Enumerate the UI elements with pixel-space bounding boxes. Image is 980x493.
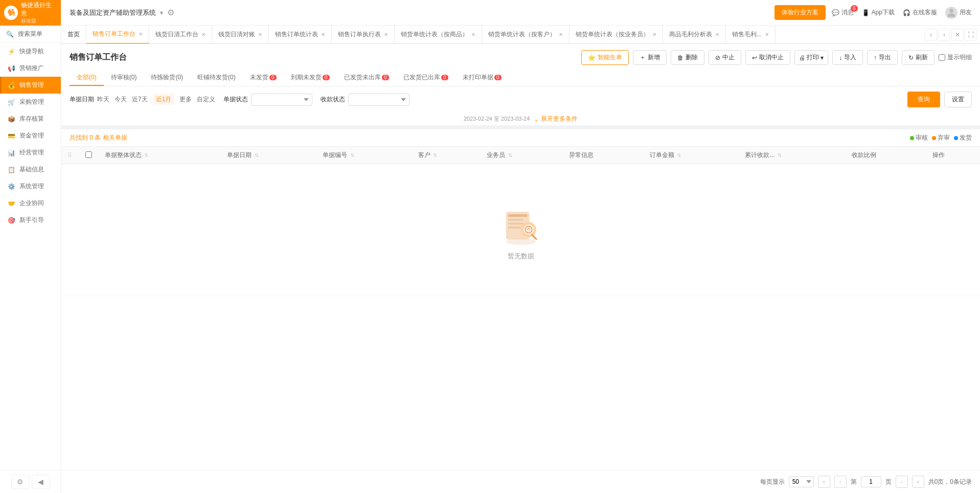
smart-create-button[interactable]: ⭐ 智能生单 — [581, 50, 629, 65]
app-download-link[interactable]: 📱 App下载 — [862, 8, 895, 17]
print-dropdown-icon[interactable]: ▾ — [821, 54, 824, 61]
show-detail-checkbox[interactable] — [939, 54, 945, 61]
date-more[interactable]: 更多 — [179, 95, 192, 104]
subtab-all[interactable]: 全部(0) — [70, 70, 104, 86]
user-menu[interactable]: 用友 — [945, 7, 972, 19]
tab-close-sales-workbench[interactable]: ✕ — [139, 31, 143, 37]
tab-sales-summary-staff[interactable]: 销货单统计表（按业务员） ✕ — [569, 26, 663, 44]
tab-sales-more[interactable]: 销售毛利... ✕ — [726, 26, 776, 44]
export-button[interactable]: ↑ 导出 — [867, 50, 898, 65]
tab-close-all[interactable]: ✕ — [951, 29, 964, 41]
tab-gross-profit[interactable]: 商品毛利分析表 ✕ — [663, 26, 726, 44]
collected-sort-icon[interactable]: ⇅ — [778, 152, 782, 158]
filter-payment-select[interactable] — [348, 94, 409, 106]
date-sort-icon[interactable]: ⇅ — [255, 152, 259, 158]
tab-sales-summary-product[interactable]: 销货单统计表（按商品） ✕ — [395, 26, 482, 44]
total-pages-label: 页 — [885, 478, 892, 486]
inventory-icon: 📦 — [8, 116, 15, 123]
expand-filter-button[interactable]: ⌄ 展开更多条件 — [534, 115, 578, 123]
cancel-review-action-button[interactable]: 弃审 — [932, 133, 950, 142]
tab-close-cash-daily[interactable]: ✕ — [201, 32, 206, 37]
tab-scroll-right[interactable]: › — [938, 29, 950, 41]
customer-sort-icon[interactable]: ⇅ — [433, 152, 437, 158]
subtab-expired-not-shipped[interactable]: 到期未发货0 — [284, 70, 337, 86]
tab-close-sales-stat[interactable]: ✕ — [321, 32, 325, 37]
filter-payment-item: 收款状态 — [321, 94, 409, 106]
tab-sales-stat[interactable]: 销售订单统计表 ✕ — [269, 26, 332, 44]
page-prev-button[interactable]: ‹ — [834, 476, 847, 488]
tab-close-summary-staff[interactable]: ✕ — [652, 32, 656, 37]
solution-button[interactable]: 体验行业方案 — [774, 5, 826, 20]
sidebar-item-basic-info[interactable]: 📋 基础信息 — [0, 161, 61, 178]
sidebar-item-sales[interactable]: 💰 销售管理 — [0, 77, 61, 94]
sidebar-item-marketing[interactable]: 📢 营销推广 — [0, 60, 61, 77]
tab-home[interactable]: 首页 — [61, 26, 86, 44]
sidebar-item-operations[interactable]: 📊 经营管理 — [0, 144, 61, 161]
sidebar-item-purchase[interactable]: 🛒 采购管理 — [0, 94, 61, 110]
page-last-button[interactable]: » — [912, 476, 924, 488]
subtab-not-printed[interactable]: 未打印单据0 — [455, 70, 509, 86]
page-input[interactable] — [861, 476, 881, 487]
staff-sort-icon[interactable]: ⇅ — [508, 152, 512, 158]
date-today[interactable]: 今天 — [115, 95, 127, 104]
query-button[interactable]: 查询 — [907, 92, 940, 107]
sidebar-item-finance[interactable]: 💳 资金管理 — [0, 127, 61, 144]
stop-button[interactable]: ⊘ 中止 — [709, 50, 741, 65]
date-yesterday[interactable]: 昨天 — [97, 95, 109, 104]
show-detail-label[interactable]: 显示明细 — [939, 53, 972, 62]
tab-sales-summary-customer[interactable]: 销货单统计表（按客户） ✕ — [482, 26, 569, 44]
sidebar-item-guide[interactable]: 🎯 新手引导 — [0, 212, 61, 229]
sidebar-item-inventory[interactable]: 📦 库存核算 — [0, 110, 61, 127]
page-next-button[interactable]: › — [896, 476, 908, 488]
date-custom[interactable]: 自定义 — [197, 95, 215, 104]
subtab-not-shipped[interactable]: 未发货0 — [243, 70, 284, 86]
date-1month[interactable]: 近1月 — [153, 94, 175, 105]
tab-fullscreen[interactable]: ⛶ — [965, 29, 977, 41]
set-button[interactable]: 设置 — [944, 92, 972, 107]
collapse-button[interactable]: ◀ — [32, 475, 50, 489]
subtab-pending-review[interactable]: 待审核(0) — [104, 70, 144, 86]
import-button[interactable]: ↓ 导入 — [832, 50, 863, 65]
sidebar-item-quick-nav[interactable]: ⚡ 快捷导航 — [0, 43, 61, 60]
subtab-shipped-out[interactable]: 已发货已出库0 — [396, 70, 455, 86]
sidebar-item-enterprise[interactable]: 🤝 企业协同 — [0, 195, 61, 212]
tab-close-sales-more[interactable]: ✕ — [765, 32, 769, 37]
tab-close-summary-customer[interactable]: ✕ — [559, 32, 563, 37]
review-action-button[interactable]: 审核 — [910, 133, 928, 142]
subtab-pending-inspect[interactable]: 待拣验货(0) — [144, 70, 190, 86]
tab-close-cash-reconcile[interactable]: ✕ — [258, 32, 262, 37]
online-service-link[interactable]: 🎧 在线客服 — [903, 8, 937, 17]
delete-button[interactable]: 🗑 删除 — [671, 50, 704, 65]
refresh-button[interactable]: ↻ 刷新 — [902, 50, 935, 65]
message-badge: 6 — [851, 5, 858, 12]
tab-cash-reconcile[interactable]: 钱货日清对账 ✕ — [212, 26, 269, 44]
tab-cash-daily[interactable]: 钱货日清工作台 ✕ — [149, 26, 212, 44]
message-button[interactable]: 💬 消息 6 — [832, 8, 854, 17]
cancel-stop-button[interactable]: ↩ 取消中止 — [745, 50, 790, 65]
ship-action-button[interactable]: 发货 — [954, 133, 972, 142]
status-sort-icon[interactable]: ⇅ — [144, 152, 148, 158]
subtab-shipped-not-out[interactable]: 已发货未出库0 — [337, 70, 396, 86]
amount-sort-icon[interactable]: ⇅ — [677, 152, 681, 158]
topbar-dropdown-icon[interactable]: ▾ — [160, 9, 163, 16]
settings-icon[interactable]: ⚙ — [167, 8, 174, 17]
date-7days[interactable]: 近7天 — [132, 95, 148, 104]
subtab-wangpu[interactable]: 旺铺待发货(0) — [190, 70, 243, 86]
settings-button[interactable]: ⚙ — [11, 475, 30, 489]
topbar: 装备及固定资产辅助管理系统 ▾ ⚙ 体验行业方案 💬 消息 6 📱 App下载 … — [61, 0, 980, 26]
select-all-checkbox[interactable] — [85, 151, 92, 158]
tab-sales-exec[interactable]: 销售订单执行表 ✕ — [332, 26, 395, 44]
tab-close-gross-profit[interactable]: ✕ — [715, 32, 719, 37]
filter-status-select[interactable] — [251, 94, 312, 106]
sidebar-item-search[interactable]: 🔍 搜索菜单 — [0, 26, 61, 43]
page-first-button[interactable]: « — [818, 476, 830, 488]
tab-scroll-left[interactable]: ‹ — [925, 29, 937, 41]
sidebar-item-system[interactable]: ⚙️ 系统管理 — [0, 178, 61, 195]
tab-close-sales-exec[interactable]: ✕ — [384, 32, 388, 37]
tab-close-summary-product[interactable]: ✕ — [471, 32, 475, 37]
page-size-select[interactable]: 50 100 200 — [789, 476, 814, 487]
print-button[interactable]: 🖨 打印 ▾ — [794, 50, 828, 65]
tab-sales-workbench[interactable]: 销售订单工作台 ✕ — [86, 26, 149, 44]
number-sort-icon[interactable]: ⇅ — [350, 152, 354, 158]
add-button[interactable]: ＋ 新增 — [633, 50, 667, 65]
